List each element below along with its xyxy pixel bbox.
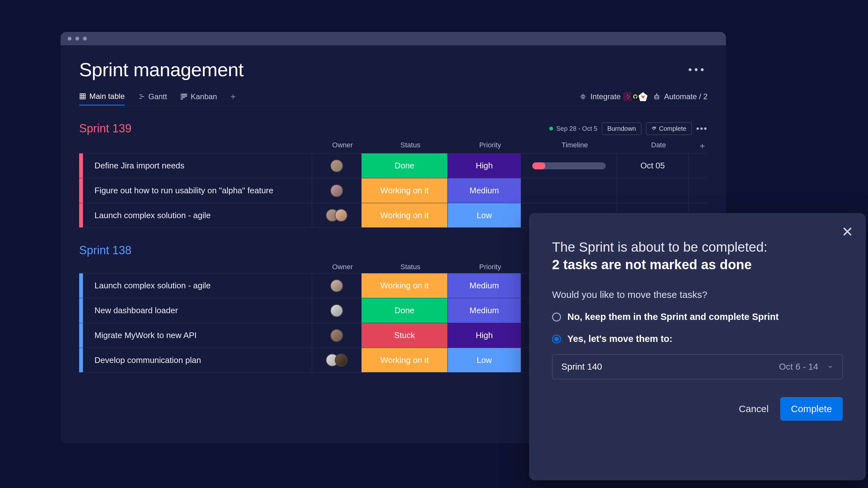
add-view-button[interactable]: + xyxy=(230,92,236,105)
owner-cell[interactable] xyxy=(312,273,362,298)
dropdown-date: Oct 6 - 14 xyxy=(779,362,818,372)
kanban-icon xyxy=(180,93,187,100)
status-cell[interactable]: Working on it xyxy=(362,348,448,372)
integration-badges xyxy=(624,92,648,101)
task-name[interactable]: Define Jira import needs xyxy=(79,154,312,178)
col-date[interactable]: Date xyxy=(623,141,694,151)
svg-point-14 xyxy=(657,97,658,98)
status-cell[interactable]: Stuck xyxy=(362,323,448,348)
tab-gantt[interactable]: Gantt xyxy=(138,92,167,105)
option-move-label: Yes, let's move them to: xyxy=(567,334,672,344)
col-owner[interactable]: Owner xyxy=(318,263,367,271)
page-title: Sprint management xyxy=(79,59,244,81)
view-tabs: Main table Gantt Kanban + xyxy=(79,92,708,106)
svg-point-16 xyxy=(656,94,657,94)
priority-cell[interactable]: High xyxy=(448,154,521,178)
date-cell[interactable] xyxy=(617,178,689,203)
status-cell[interactable]: Done xyxy=(362,154,448,178)
complete-sprint-modal: ✕ The Sprint is about to be completed: 2… xyxy=(529,213,866,480)
avatar xyxy=(335,354,347,366)
automate-button[interactable]: Automate / 2 xyxy=(653,92,708,101)
col-priority[interactable]: Priority xyxy=(454,141,527,151)
svg-point-13 xyxy=(655,97,656,98)
priority-cell[interactable]: High xyxy=(448,323,521,348)
integrate-button[interactable]: Integrate xyxy=(580,92,648,101)
owner-cell[interactable] xyxy=(312,298,362,323)
svg-rect-8 xyxy=(181,94,183,99)
chevron-down-icon xyxy=(827,364,834,370)
tab-main-table[interactable]: Main table xyxy=(79,92,125,105)
option-keep-tasks[interactable]: No, keep them in the Sprint and complete… xyxy=(552,312,843,322)
status-cell[interactable]: Working on it xyxy=(362,273,448,298)
table-row[interactable]: Figure out how to run usability on "alph… xyxy=(79,178,708,203)
avatar xyxy=(330,304,343,317)
integrate-icon xyxy=(580,93,587,100)
modal-title: The Sprint is about to be completed: 2 t… xyxy=(552,238,843,273)
status-cell[interactable]: Working on it xyxy=(362,203,448,227)
complete-button[interactable]: Complete xyxy=(780,397,843,421)
status-cell[interactable]: Working on it xyxy=(362,178,448,203)
priority-cell[interactable]: Low xyxy=(448,203,521,227)
svg-rect-10 xyxy=(185,94,187,96)
owner-cell[interactable] xyxy=(312,348,362,372)
window-control-dot[interactable] xyxy=(83,37,87,40)
col-timeline[interactable]: Timeline xyxy=(527,141,623,151)
status-cell[interactable]: Done xyxy=(362,298,448,323)
date-cell[interactable]: Oct 05 xyxy=(617,154,689,178)
table-icon xyxy=(79,93,86,100)
tab-label: Gantt xyxy=(148,92,167,101)
owner-cell[interactable] xyxy=(312,203,362,227)
modal-question: Would you like to move these tasks? xyxy=(552,289,843,300)
col-status[interactable]: Status xyxy=(367,263,454,271)
robot-icon xyxy=(653,93,660,100)
close-button[interactable]: ✕ xyxy=(840,224,855,239)
dropdown-value: Sprint 140 xyxy=(561,362,602,372)
tab-kanban[interactable]: Kanban xyxy=(180,92,217,105)
complete-sprint-button[interactable]: Complete xyxy=(646,123,692,135)
col-owner[interactable]: Owner xyxy=(318,141,367,151)
priority-cell[interactable]: Medium xyxy=(448,273,521,298)
window-control-dot[interactable] xyxy=(75,37,79,40)
priority-cell[interactable]: Medium xyxy=(448,178,521,203)
automate-label: Automate / 2 xyxy=(664,92,708,101)
sprint-date-range: Sep 28 - Oct 5 xyxy=(549,125,597,132)
priority-cell[interactable]: Low xyxy=(448,348,521,372)
modal-title-line2: 2 tasks are not marked as done xyxy=(552,256,843,274)
group-title[interactable]: Sprint 139 xyxy=(79,122,131,135)
window-titlebar xyxy=(61,32,726,45)
avatar-group xyxy=(326,209,347,222)
owner-cell[interactable] xyxy=(312,323,362,348)
col-priority[interactable]: Priority xyxy=(454,263,527,271)
avatar xyxy=(335,209,347,222)
timeline-cell[interactable] xyxy=(521,178,617,203)
gantt-icon xyxy=(138,93,145,100)
task-name[interactable]: Launch complex solution - agile xyxy=(79,273,312,298)
avatar xyxy=(330,184,343,197)
priority-cell[interactable]: Medium xyxy=(448,298,521,323)
option-move-tasks[interactable]: Yes, let's move them to: xyxy=(552,334,843,344)
cancel-button[interactable]: Cancel xyxy=(739,403,769,414)
window-control-dot[interactable] xyxy=(68,37,71,40)
add-column-button[interactable]: + xyxy=(694,141,710,151)
task-name[interactable]: Develop communication plan xyxy=(79,348,312,372)
target-sprint-dropdown[interactable]: Sprint 140 Oct 6 - 14 xyxy=(552,354,843,379)
group-title[interactable]: Sprint 138 xyxy=(79,244,131,257)
task-name[interactable]: Migrate MyWork to new API xyxy=(79,323,312,348)
task-name[interactable]: Figure out how to run usability on "alph… xyxy=(79,178,312,203)
svg-rect-9 xyxy=(184,94,185,98)
burndown-button[interactable]: Burndown xyxy=(602,123,642,135)
svg-rect-0 xyxy=(80,93,86,99)
owner-cell[interactable] xyxy=(312,154,362,178)
radio-icon xyxy=(552,313,561,322)
board-options-button[interactable] xyxy=(689,68,708,71)
timeline-cell[interactable] xyxy=(521,154,617,178)
col-status[interactable]: Status xyxy=(367,141,454,151)
svg-point-11 xyxy=(582,95,584,98)
radio-icon xyxy=(552,334,561,344)
integrate-label: Integrate xyxy=(590,92,621,101)
task-name[interactable]: New dashboard loader xyxy=(79,298,312,323)
group-options-button[interactable]: ••• xyxy=(696,124,708,134)
table-row[interactable]: Define Jira import needs Done High Oct 0… xyxy=(79,153,708,178)
owner-cell[interactable] xyxy=(312,178,362,203)
task-name[interactable]: Launch complex solution - agile xyxy=(79,203,312,227)
